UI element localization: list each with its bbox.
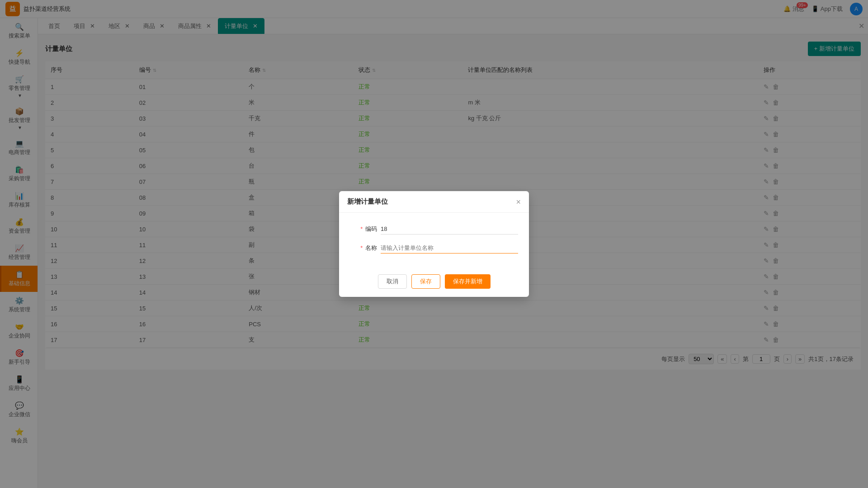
add-unit-modal: 新增计量单位 × * 编码 * 名称 取消 保存 保存并新增 bbox=[339, 191, 529, 297]
code-row: * 编码 bbox=[350, 224, 518, 235]
name-input[interactable] bbox=[381, 243, 518, 253]
save-button[interactable]: 保存 bbox=[411, 274, 440, 289]
modal-close-btn[interactable]: × bbox=[516, 198, 521, 206]
modal-body: * 编码 * 名称 bbox=[339, 213, 529, 269]
name-label: * 名称 bbox=[350, 244, 377, 252]
save-continue-button[interactable]: 保存并新增 bbox=[445, 274, 491, 289]
required-mark: * bbox=[360, 225, 363, 232]
cancel-button[interactable]: 取消 bbox=[378, 274, 407, 289]
modal-footer: 取消 保存 保存并新增 bbox=[339, 269, 529, 297]
modal-title: 新增计量单位 bbox=[347, 197, 388, 206]
modal-header: 新增计量单位 × bbox=[339, 191, 529, 213]
modal-overlay: 新增计量单位 × * 编码 * 名称 取消 保存 保存并新增 bbox=[0, 0, 868, 488]
code-label: * 编码 bbox=[350, 225, 377, 233]
code-input[interactable] bbox=[381, 224, 518, 235]
required-mark-2: * bbox=[360, 244, 363, 251]
name-row: * 名称 bbox=[350, 243, 518, 253]
